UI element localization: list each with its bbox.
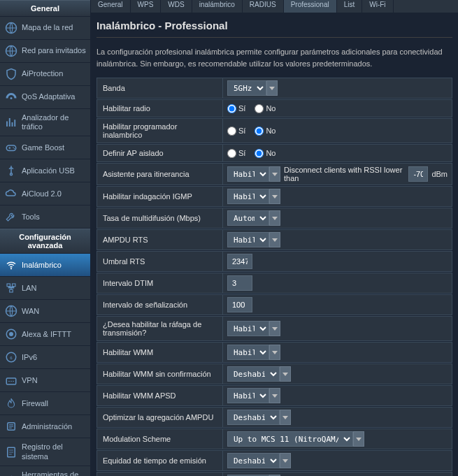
input-rssi[interactable] xyxy=(408,166,428,182)
label-airtime: Equidad de tiempo de emisión xyxy=(97,451,223,470)
svg-point-6 xyxy=(10,268,12,270)
radio-enable-no[interactable] xyxy=(255,104,264,113)
sidebar-item-network-tools[interactable]: Herramientas de red xyxy=(0,466,90,476)
admin-icon xyxy=(4,419,18,433)
svg-text:6: 6 xyxy=(10,356,13,360)
sidebar-item-network-map[interactable]: Mapa de la red xyxy=(0,17,90,40)
globe-icon xyxy=(4,304,18,318)
sidebar-item-traffic-analyzer[interactable]: Analizador de tráfico xyxy=(0,109,90,136)
tab-professional[interactable]: Professional xyxy=(284,0,337,13)
sidebar-item-label: Firewall xyxy=(22,399,48,408)
sidebar-item-lan[interactable]: LAN xyxy=(0,277,90,300)
dropdown-icon[interactable] xyxy=(353,431,364,447)
sidebar-item-label: Red para invitados xyxy=(22,46,86,55)
roaming-note: Disconnect clients with RSSI lower than xyxy=(284,166,405,182)
tab-general[interactable]: General xyxy=(91,0,131,13)
select-wmm-apsd[interactable]: Habilitar xyxy=(227,388,269,403)
sidebar-item-system-log[interactable]: Registro del sistema xyxy=(0,438,90,466)
select-wmm-noack[interactable]: Deshabilitar xyxy=(227,366,280,382)
sidebar-item-label: Analizador de tráfico xyxy=(22,113,86,131)
dropdown-icon[interactable] xyxy=(269,232,280,247)
dropdown-icon[interactable] xyxy=(269,321,280,336)
sidebar-item-usb-app[interactable]: Aplicación USB xyxy=(0,159,90,182)
sidebar-item-label: AiProtection xyxy=(22,69,63,78)
sidebar-item-aiprotection[interactable]: AiProtection xyxy=(0,63,90,86)
wifi-icon xyxy=(4,258,18,272)
select-ampdu-agg[interactable]: Deshabilitar xyxy=(227,410,280,425)
sidebar-item-wireless[interactable]: Inalámbrico xyxy=(0,254,90,277)
sidebar-section-advanced: Configuración avanzada xyxy=(0,229,90,254)
select-igmp[interactable]: Habilitar xyxy=(227,189,269,204)
tab-wps[interactable]: WPS xyxy=(131,0,162,13)
fire-icon xyxy=(4,396,18,410)
sidebar-item-label: VPN xyxy=(22,376,38,385)
tools-icon xyxy=(4,473,18,476)
label-mumimo: Multi-User MIMO xyxy=(97,473,223,476)
label-igmp: Habilitar indagación IGMP xyxy=(97,187,223,206)
sidebar-item-guest-network[interactable]: Red para invitados xyxy=(0,40,90,63)
sidebar-item-label: AiCloud 2.0 xyxy=(22,189,62,199)
tab-wifi[interactable]: Wi-Fi xyxy=(362,0,393,13)
radio-ap-yes[interactable] xyxy=(227,149,236,158)
dropdown-icon[interactable] xyxy=(280,410,291,425)
svg-point-2 xyxy=(10,97,13,99)
tab-list[interactable]: List xyxy=(337,0,363,13)
input-dtim[interactable] xyxy=(227,275,252,291)
sidebar-item-vpn[interactable]: VPN xyxy=(0,369,90,392)
tab-wds[interactable]: WDS xyxy=(161,0,192,13)
sidebar-item-ipv6[interactable]: 6IPv6 xyxy=(0,346,90,369)
sidebar-item-game-boost[interactable]: Game Boost xyxy=(0,136,90,159)
dropdown-icon[interactable] xyxy=(266,80,278,96)
dropdown-icon[interactable] xyxy=(269,388,280,403)
sidebar-section-general: General xyxy=(0,0,90,17)
dropdown-icon[interactable] xyxy=(280,366,291,382)
label-ap-isolated: Definir AP aislado xyxy=(97,145,223,161)
radio-scheduler-yes[interactable] xyxy=(227,127,236,136)
radio-ap-no[interactable] xyxy=(255,149,264,158)
select-wmm[interactable]: Habilitar xyxy=(227,345,269,360)
svg-rect-7 xyxy=(7,284,10,287)
sidebar-item-qos[interactable]: QoS Adaptativa xyxy=(0,86,90,109)
select-ampdu-rts[interactable]: Habilitar xyxy=(227,232,269,247)
label-wmm: Habilitar WMM xyxy=(97,342,223,362)
dropdown-icon[interactable] xyxy=(280,453,291,468)
sidebar-item-firewall[interactable]: Firewall xyxy=(0,392,90,415)
shield-icon xyxy=(4,67,18,81)
radio-label-no: No xyxy=(266,104,275,113)
dropdown-icon[interactable] xyxy=(269,166,280,182)
sidebar-item-label: Inalámbrico xyxy=(22,261,62,270)
settings-table: Banda5GHz Habilitar radioSíNo Habilitar … xyxy=(96,78,452,476)
gauge-icon xyxy=(4,90,18,104)
label-ampdu-agg: Optimizar la agregación AMPDU xyxy=(97,408,223,427)
dropdown-icon[interactable] xyxy=(269,210,280,226)
page-description: La configuración profesional inalámbrica… xyxy=(96,46,452,69)
sidebar-item-alexa[interactable]: Alexa & IFTTT xyxy=(0,323,90,346)
input-rts[interactable] xyxy=(227,254,252,269)
usb-icon xyxy=(4,164,18,178)
svg-rect-3 xyxy=(6,145,16,151)
select-band[interactable]: 5GHz xyxy=(227,80,266,96)
sidebar-item-tools[interactable]: Tools xyxy=(0,205,90,229)
sidebar-item-aicloud[interactable]: AiCloud 2.0 xyxy=(0,182,90,205)
select-txburst[interactable]: Habilitar xyxy=(227,321,269,336)
svg-point-5 xyxy=(14,148,15,150)
tab-radius[interactable]: RADIUS xyxy=(243,0,284,13)
select-airtime[interactable]: Deshabilitar xyxy=(227,453,280,468)
tab-bar: General WPS WDS inalámbrico RADIUS Profe… xyxy=(91,0,458,13)
dropdown-icon[interactable] xyxy=(269,345,280,360)
select-multicast[interactable]: Automático xyxy=(227,210,269,226)
select-roaming[interactable]: Habilitar xyxy=(227,166,269,182)
sidebar-item-label: Alexa & IFTTT xyxy=(22,330,71,339)
sidebar-item-administration[interactable]: Administración xyxy=(0,415,90,438)
sidebar-item-wan[interactable]: WAN xyxy=(0,300,90,323)
dropdown-icon[interactable] xyxy=(269,189,280,204)
globe-icon xyxy=(4,44,18,58)
select-modulation[interactable]: Up to MCS 11 (NitroQAM/1024-QAM) xyxy=(227,431,353,447)
voice-icon xyxy=(4,327,18,341)
input-beacon[interactable] xyxy=(227,297,252,312)
sidebar-item-label: Mapa de la red xyxy=(22,23,73,32)
page-title: Inalámbrico - Professional xyxy=(96,20,452,38)
radio-enable-yes[interactable] xyxy=(227,104,236,113)
tab-wireless[interactable]: inalámbrico xyxy=(192,0,243,13)
radio-scheduler-no[interactable] xyxy=(255,127,264,136)
